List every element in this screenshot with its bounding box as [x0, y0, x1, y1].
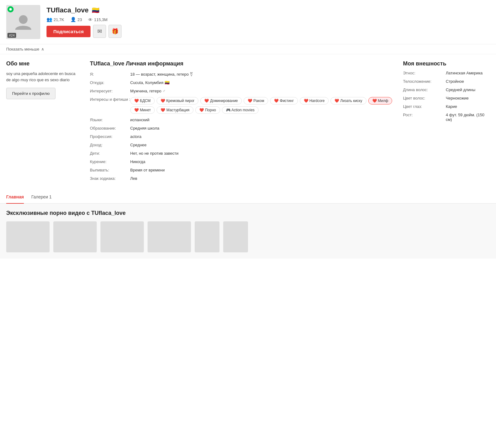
appearance-label: Цвет глаз:: [403, 104, 443, 109]
video-thumb-3[interactable]: [100, 221, 144, 252]
interests-label: Интересы и фетиши :: [90, 97, 130, 102]
appearance-label: Длина волос:: [403, 87, 443, 92]
appearance-title: Моя внешность: [403, 60, 490, 67]
avatar-container: #24: [6, 5, 40, 39]
interest-tag: ❤️ Hardcore: [300, 97, 329, 104]
videos-title: Эксклюзивные порно видео с TUflaca_love: [6, 210, 490, 216]
views-stat: 👁 115,3M: [88, 17, 107, 22]
obrazovanie-value: Средняя школа: [130, 126, 394, 131]
appearance-label: Цвет волос:: [403, 96, 443, 100]
appearance-table: Этнос: Латинская Америка Телосложение: С…: [403, 71, 490, 122]
appearance-row: Цвет волос: Чернокожие: [403, 96, 490, 100]
tabs-section: ГлавнаяГалереи 1: [0, 191, 496, 204]
video-thumb-6[interactable]: [223, 221, 248, 252]
tab-главная[interactable]: Главная: [6, 191, 24, 204]
video-thumb-1[interactable]: [6, 221, 50, 252]
profile-button[interactable]: Перейти к профилю: [6, 88, 55, 99]
about-section: Обо мне soy una pequeña adolecente en bu…: [6, 60, 81, 184]
message-button[interactable]: ✉: [93, 25, 106, 38]
obrazovanie-row: Образование: Средняя школа: [90, 126, 394, 131]
ya-value: 18 — возраст, женщина, гетеро ⚧: [130, 72, 394, 77]
kurenie-row: Курение: Никогда: [90, 159, 394, 164]
interest-tag: 🎮 Action movies: [222, 106, 259, 114]
tab-галереи-1[interactable]: Галереи 1: [31, 191, 52, 204]
obrazovanie-label: Образование:: [90, 126, 130, 131]
professiya-value: actora: [130, 134, 394, 139]
kurenie-value: Никогда: [130, 159, 394, 164]
gift-button[interactable]: 🎁: [108, 25, 122, 38]
live-indicator: [7, 6, 14, 12]
badge-number: #24: [7, 33, 16, 38]
male-icon: ♂: [162, 89, 166, 93]
otkuda-value: Cucuta, Колумбия 🇨🇴: [130, 80, 394, 85]
interest-tag: ❤️ Порно: [195, 106, 220, 114]
ya-row: Я: 18 — возраст, женщина, гетеро ⚧: [90, 72, 394, 77]
stats-row: 👥 21,7K 👤 23 👁 115,3M: [46, 17, 122, 22]
vypivat-label: Выпивать:: [90, 168, 130, 172]
show-less-label: Показать меньше: [6, 47, 39, 51]
tags-container: ❤️ БДСМ❤️ Кремовый пирог❤️ Доминирование…: [130, 97, 394, 114]
video-thumb-2[interactable]: [53, 221, 97, 252]
deti-row: Дети: Нет, но не против завести: [90, 151, 394, 156]
views-count: 115,3M: [94, 17, 107, 22]
chevron-up-icon: ∧: [41, 47, 44, 51]
deti-label: Дети:: [90, 151, 130, 156]
dohod-row: Доход: Среднее: [90, 143, 394, 147]
followers-count: 21,7K: [54, 17, 64, 22]
appearance-label: Телосложение:: [403, 79, 443, 84]
about-text: soy una pequeña adolecente en busca de a…: [6, 71, 81, 83]
yazyki-row: Языки: испанский: [90, 118, 394, 122]
video-thumb-5[interactable]: [195, 221, 219, 252]
vypivat-row: Выпивать: Время от времени: [90, 168, 394, 172]
intereset-value: Мужчина, гетеро ♂: [130, 89, 394, 93]
subscribe-button[interactable]: Подписаться: [46, 26, 91, 37]
username: TUflaca_love: [46, 6, 89, 14]
appearance-label: Этнос:: [403, 71, 443, 75]
dohod-value: Среднее: [130, 143, 394, 147]
interest-tag: ❤️ Кремовый пирог: [157, 97, 199, 104]
following-icon: 👤: [70, 17, 76, 22]
flag-icon: 🇨🇴: [92, 7, 100, 14]
personal-info-title: TUflaca_love Личная информация: [90, 60, 394, 67]
interest-tag: ❤️ Раком: [244, 97, 268, 104]
appearance-row: Телосложение: Стройное: [403, 79, 490, 84]
video-thumb-4[interactable]: [148, 221, 191, 252]
professiya-row: Профессия: actora: [90, 134, 394, 139]
zodiak-row: Знак зодиака: Лев: [90, 176, 394, 181]
appearance-row: Рост: 4 фут. 59 дюйм. (150 см): [403, 113, 490, 122]
following-count: 23: [78, 17, 82, 22]
appearance-value: Латинская Америка: [446, 71, 483, 75]
interest-tag: ❤️ БДСМ: [130, 97, 155, 104]
ya-label: Я:: [90, 72, 130, 77]
profile-header: #24 TUflaca_love 🇨🇴 👥 21,7K 👤 23 👁 115,3…: [0, 0, 496, 44]
appearance-row: Длина волос: Средней длины: [403, 87, 490, 92]
followers-icon: 👥: [46, 17, 52, 22]
intereset-label: Интересует:: [90, 89, 130, 93]
interest-tag: ❤️ Милф: [368, 97, 392, 104]
appearance-value: 4 фут. 59 дюйм. (150 см): [446, 113, 490, 122]
profile-info: TUflaca_love 🇨🇴 👥 21,7K 👤 23 👁 115,3M По…: [46, 6, 122, 38]
show-less-button[interactable]: Показать меньше ∧: [0, 44, 496, 54]
appearance-value: Стройное: [446, 79, 464, 84]
otkuda-row: Откуда: Cucuta, Колумбия 🇨🇴: [90, 80, 394, 85]
appearance-section: Моя внешность Этнос: Латинская Америка Т…: [403, 60, 490, 184]
username-row: TUflaca_love 🇨🇴: [46, 6, 122, 14]
videos-section: Эксклюзивные порно видео с TUflaca_love: [0, 204, 496, 259]
views-icon: 👁: [88, 17, 93, 22]
professiya-label: Профессия:: [90, 134, 130, 139]
vypivat-value: Время от времени: [130, 168, 394, 172]
interest-tag: ❤️ Мастурбация: [157, 106, 193, 114]
personal-info-section: TUflaca_love Личная информация Я: 18 — в…: [90, 60, 394, 184]
interest-tag: ❤️ Лизать киску: [330, 97, 366, 104]
intereset-row: Интересует: Мужчина, гетеро ♂: [90, 89, 394, 93]
deti-value: Нет, но не против завести: [130, 151, 394, 156]
appearance-row: Цвет глаз: Карие: [403, 104, 490, 109]
svg-point-0: [19, 15, 28, 24]
dohod-label: Доход:: [90, 143, 130, 147]
avatar-icon: [14, 13, 33, 31]
interests-row: Интересы и фетиши : ❤️ БДСМ❤️ Кремовый п…: [90, 97, 394, 114]
zodiak-label: Знак зодиака:: [90, 176, 130, 181]
appearance-value: Средней длины: [446, 87, 475, 92]
zodiak-value: Лев: [130, 176, 394, 181]
main-content: Обо мне soy una pequeña adolecente en bu…: [0, 54, 496, 191]
